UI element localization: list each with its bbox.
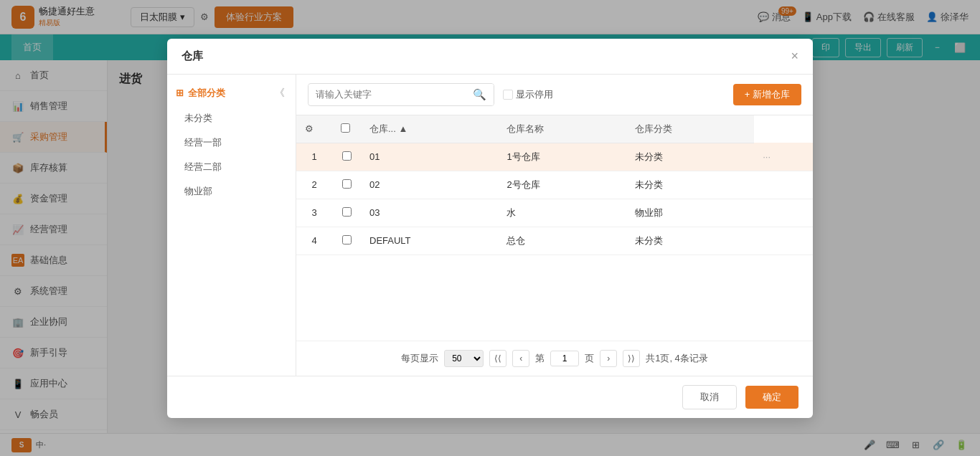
category-item-uncategorized[interactable]: 未分类 [167,106,296,130]
th-settings: ⚙ [296,115,332,143]
row-code-2: 02 [361,171,498,199]
table-row[interactable]: 2 02 2号仓库 未分类 [296,171,813,199]
row-category-1: 未分类 [626,143,754,171]
search-box: 🔍 [308,83,494,106]
per-page-select[interactable]: 50 10 20 100 [444,350,484,367]
last-page-button[interactable]: ⟩⟩ [623,350,640,367]
row-code-1: 01 [361,143,498,171]
search-input[interactable] [308,85,466,104]
next-page-button[interactable]: › [600,350,617,367]
page-input[interactable] [550,351,579,366]
show-disabled-toggle[interactable]: 显示停用 [503,88,553,101]
table-container: ⚙ 仓库... ▲ 仓库名称 [296,115,813,341]
row-check-2[interactable] [332,171,361,199]
row-more-4[interactable] [754,227,813,255]
row-name-2: 2号仓库 [498,171,626,199]
collapse-icon[interactable]: 《 [273,86,287,100]
modal-overlay: 仓库 × ⊞ 全部分类 《 未分类 经营一部 [0,0,980,456]
add-warehouse-button[interactable]: + 新增仓库 [733,84,801,105]
total-info: 共1页, 4条记录 [646,352,708,365]
th-name: 仓库名称 [498,115,626,143]
th-checkbox [332,115,361,143]
row-category-4: 未分类 [626,227,754,255]
search-button[interactable]: 🔍 [466,84,494,105]
row-name-4: 总仓 [498,227,626,255]
table-body: 1 01 1号仓库 未分类 ··· 2 [296,143,813,255]
modal-footer: 取消 确定 [167,376,813,418]
row-name-3: 水 [498,199,626,227]
select-all-checkbox[interactable] [341,123,350,133]
row-checkbox-4[interactable] [342,235,352,244]
th-category: 仓库分类 [626,115,754,143]
row-checkbox-3[interactable] [342,207,352,217]
row-more-3[interactable] [754,199,813,227]
warehouse-modal: 仓库 × ⊞ 全部分类 《 未分类 经营一部 [167,39,813,418]
prev-page-button[interactable]: ‹ [512,350,529,367]
page-label: 第 [535,352,545,365]
first-page-button[interactable]: ⟨⟨ [489,350,507,367]
show-disabled-label-text: 显示停用 [516,88,553,101]
row-checkbox-2[interactable] [342,179,352,189]
page-suffix: 页 [585,352,594,365]
row-code-3: 03 [361,199,498,227]
row-category-3: 物业部 [626,199,754,227]
cancel-button[interactable]: 取消 [682,385,737,409]
row-more-1[interactable]: ··· [754,143,813,171]
per-page-label: 每页显示 [401,352,438,365]
row-check-1[interactable] [332,143,361,171]
table-row[interactable]: 1 01 1号仓库 未分类 ··· [296,143,813,171]
modal-header: 仓库 × [167,39,813,75]
category-item-property[interactable]: 物业部 [167,179,296,204]
table-head: ⚙ 仓库... ▲ 仓库名称 [296,115,813,143]
table-row[interactable]: 3 03 水 物业部 [296,199,813,227]
modal-close-button[interactable]: × [791,49,798,64]
row-check-3[interactable] [332,199,361,227]
category-item-ops1[interactable]: 经营一部 [167,130,296,155]
pagination-bar: 每页显示 50 10 20 100 ⟨⟨ ‹ 第 页 › ⟩⟩ 共1页, 4条记… [296,341,813,376]
confirm-button[interactable]: 确定 [745,386,798,409]
row-num-3: 3 [296,199,332,227]
table-header-row: ⚙ 仓库... ▲ 仓库名称 [296,115,813,143]
row-check-4[interactable] [332,227,361,255]
table-panel: 🔍 显示停用 + 新增仓库 ⚙ [296,75,813,376]
row-category-2: 未分类 [626,171,754,199]
row-num-1: 1 [296,143,332,171]
modal-title: 仓库 [182,49,203,63]
grid-icon: ⊞ [176,87,184,98]
all-category-label: 全部分类 [188,87,225,100]
settings-icon: ⚙ [305,123,314,134]
modal-body: ⊞ 全部分类 《 未分类 经营一部 经营二部 物业部 [167,75,813,376]
table-row[interactable]: 4 DEFAULT 总仓 未分类 [296,227,813,255]
warehouse-table: ⚙ 仓库... ▲ 仓库名称 [296,115,813,255]
row-more-2[interactable] [754,171,813,199]
th-code[interactable]: 仓库... ▲ [361,115,498,143]
category-all[interactable]: ⊞ 全部分类 《 [167,80,296,106]
row-num-2: 2 [296,171,332,199]
show-disabled-checkbox[interactable] [503,90,513,100]
row-code-4: DEFAULT [361,227,498,255]
row-num-4: 4 [296,227,332,255]
row-name-1: 1号仓库 [498,143,626,171]
category-panel: ⊞ 全部分类 《 未分类 经营一部 经营二部 物业部 [167,75,296,376]
table-toolbar: 🔍 显示停用 + 新增仓库 [296,75,813,115]
category-item-ops2[interactable]: 经营二部 [167,155,296,179]
row-checkbox-1[interactable] [342,151,352,161]
